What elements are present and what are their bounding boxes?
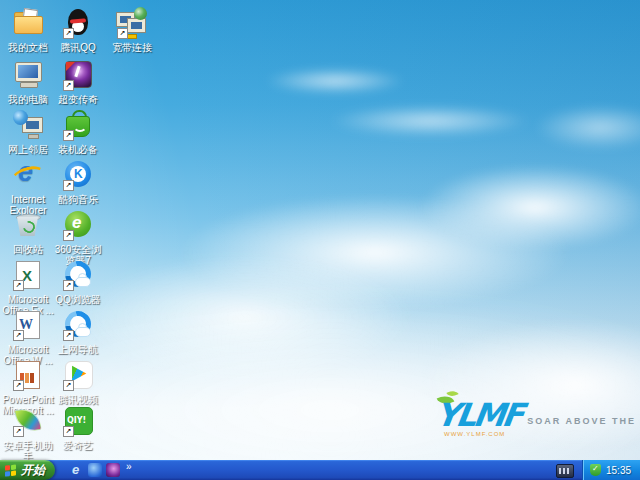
icon-label: 酷狗音乐 — [50, 194, 106, 205]
desktop-icon-tencent-video[interactable]: 腾讯视频 — [50, 358, 106, 405]
quick-launch-overflow-chevron[interactable]: » — [126, 460, 132, 474]
icon-label: 网上邻居 — [0, 144, 56, 155]
quick-launch-ie-icon[interactable] — [70, 463, 84, 477]
desktop-icon-iqiyi[interactable]: 爱奇艺 — [50, 404, 106, 451]
desktop-icon-recycle-bin[interactable]: 回收站 — [0, 208, 56, 255]
shortcut-arrow-icon — [63, 380, 74, 391]
desktop-icon-broadband-connection[interactable]: 宽带连接 — [104, 6, 160, 53]
logo-text: YLMF — [434, 402, 523, 428]
cloud — [420, 165, 640, 250]
shortcut-arrow-icon — [63, 330, 74, 341]
shortcut-arrow-icon — [63, 80, 74, 91]
windows-logo-icon — [5, 463, 17, 476]
software-essentials-icon — [61, 108, 95, 142]
cloud — [265, 68, 405, 94]
web-navigation-icon — [61, 308, 95, 342]
icon-label: 安卓手机助手 — [0, 440, 56, 462]
icon-label: 超变传奇 — [50, 94, 106, 105]
quick-launch-bar: » — [70, 460, 132, 480]
legend-game-icon — [61, 58, 95, 92]
qq-browser-icon — [61, 258, 95, 292]
desktop-icon-kugou-music[interactable]: 酷狗音乐 — [50, 158, 106, 205]
language-bar-keyboard-icon[interactable] — [556, 464, 574, 478]
excel-icon — [11, 258, 45, 292]
desktop-icon-network-places[interactable]: 网上邻居 — [0, 108, 56, 155]
icon-label: 我的电脑 — [0, 94, 56, 105]
logo-url: WWW.YLMF.COM — [444, 431, 505, 437]
desktop-icon-my-computer[interactable]: 我的电脑 — [0, 58, 56, 105]
tencent-qq-icon — [61, 6, 95, 40]
phone-assistant-icon — [11, 404, 45, 438]
network-places-icon — [11, 108, 45, 142]
shortcut-arrow-icon — [13, 330, 24, 341]
clock[interactable]: 15:35 — [606, 465, 631, 476]
desktop-icon-qq-browser[interactable]: QQ浏览器 — [50, 258, 106, 305]
kugou-music-icon — [61, 158, 95, 192]
icon-label: 上网导航 — [50, 344, 106, 355]
my-computer-icon — [11, 58, 45, 92]
shortcut-arrow-icon — [63, 280, 74, 291]
powerpoint-icon — [11, 358, 45, 392]
recycle-bin-icon — [11, 208, 45, 242]
quick-launch-browser-icon[interactable] — [88, 463, 102, 477]
ylmf-logo: YLMF SOAR ABOVE THE SKY WWW.YLMF.COM — [436, 402, 640, 428]
iqiyi-icon — [61, 404, 95, 438]
icon-label: 我的文档 — [0, 42, 56, 53]
icon-label: QQ浏览器 — [50, 294, 106, 305]
word-icon — [11, 308, 45, 342]
my-documents-icon — [11, 6, 45, 40]
quick-launch-game-icon[interactable] — [106, 463, 120, 477]
icon-label: 装机必备 — [50, 144, 106, 155]
broadband-connection-icon — [115, 6, 149, 40]
desktop: 我的文档 我的电脑 网上邻居 Internet Explorer 回收站 Mic… — [0, 0, 640, 480]
shortcut-arrow-icon — [63, 180, 74, 191]
start-button[interactable]: 开始 — [0, 460, 55, 480]
icon-label: 回收站 — [0, 244, 56, 255]
shortcut-arrow-icon — [13, 426, 24, 437]
icon-label: 宽带连接 — [104, 42, 160, 53]
shortcut-arrow-icon — [63, 130, 74, 141]
desktop-icon-web-navigation[interactable]: 上网导航 — [50, 308, 106, 355]
icon-label: 爱奇艺 — [50, 440, 106, 451]
shortcut-arrow-icon — [13, 280, 24, 291]
internet-explorer-icon — [11, 158, 45, 192]
cloud — [330, 105, 530, 137]
shortcut-arrow-icon — [63, 426, 74, 437]
shortcut-arrow-icon — [117, 28, 128, 39]
desktop-icon-software-essentials[interactable]: 装机必备 — [50, 108, 106, 155]
shortcut-arrow-icon — [13, 380, 24, 391]
security-tray-icon[interactable] — [590, 464, 601, 476]
desktop-icon-tencent-qq[interactable]: 腾讯QQ — [50, 6, 106, 53]
tencent-video-icon — [61, 358, 95, 392]
start-button-label: 开始 — [21, 462, 45, 479]
shortcut-arrow-icon — [63, 28, 74, 39]
desktop-icon-phone-assistant[interactable]: 安卓手机助手 — [0, 404, 56, 462]
360-safe-browser-icon — [61, 208, 95, 242]
desktop-icon-legend-game[interactable]: 超变传奇 — [50, 58, 106, 105]
taskbar: 开始 » 15:35 — [0, 460, 640, 480]
logo-tagline: SOAR ABOVE THE SKY — [527, 416, 640, 428]
shortcut-arrow-icon — [63, 230, 74, 241]
system-tray: 15:35 — [582, 460, 640, 480]
desktop-icon-my-documents[interactable]: 我的文档 — [0, 6, 56, 53]
icon-label: 腾讯QQ — [50, 42, 106, 53]
